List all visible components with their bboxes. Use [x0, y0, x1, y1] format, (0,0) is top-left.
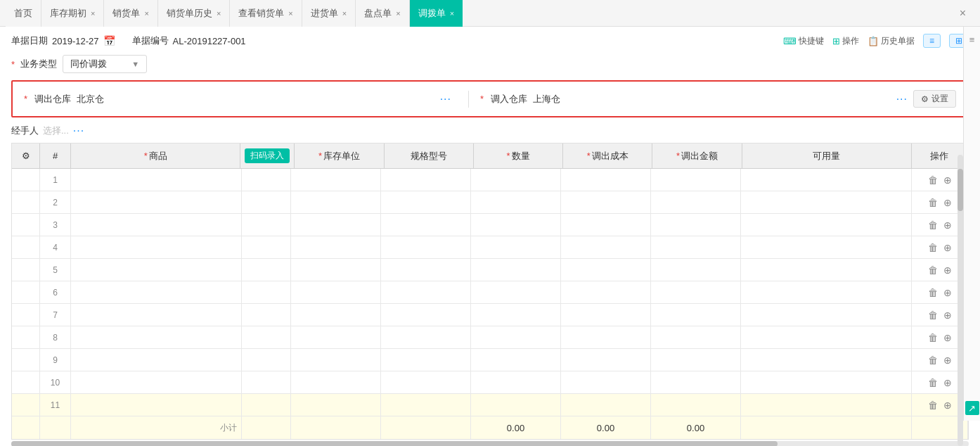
person-select[interactable]: 选择... — [43, 125, 69, 137]
copy-icon-5[interactable]: ⊕ — [943, 265, 952, 276]
th-qty: *数量 — [474, 144, 563, 168]
delete-icon-10[interactable]: 🗑 — [928, 377, 938, 388]
td-cost-1[interactable] — [561, 169, 651, 191]
doc-no-label: 单据编号 — [132, 34, 169, 47]
subtotal-cost: 0.00 — [561, 416, 651, 439]
td-no-1: 1 — [40, 169, 71, 191]
table-row: 5 🗑 ⊕ — [12, 259, 968, 281]
copy-icon-1[interactable]: ⊕ — [943, 174, 952, 186]
delete-icon-7[interactable]: 🗑 — [928, 310, 938, 321]
delete-icon-6[interactable]: 🗑 — [928, 287, 938, 298]
person-more-btn[interactable]: ··· — [73, 125, 84, 137]
vertical-scrollbar[interactable] — [958, 155, 963, 446]
date-field: 单据日期 2019-12-27 📅 — [11, 34, 115, 47]
table-row: 8 🗑 ⊕ — [12, 326, 968, 349]
wh-out-label: 调出仓库 — [34, 93, 71, 106]
td-spec-1[interactable] — [381, 169, 471, 191]
tab-close-transfer[interactable]: × — [450, 9, 454, 18]
table-row: 9 🗑 ⊕ — [12, 349, 968, 371]
wh-in-required: * — [480, 94, 484, 104]
wh-out-more-btn[interactable]: ··· — [440, 93, 451, 106]
horizontal-scrollbar[interactable] — [11, 441, 969, 446]
td-qty-1[interactable] — [471, 169, 561, 191]
calendar-icon[interactable]: 📅 — [103, 35, 115, 46]
copy-icon-11[interactable]: ⊕ — [943, 400, 952, 411]
table-row-11: 11 🗑 ⊕ — [12, 394, 968, 416]
biz-type-select[interactable]: 同价调拨 ▼ — [63, 55, 147, 73]
delete-icon-9[interactable]: 🗑 — [928, 355, 938, 366]
tab-transfer[interactable]: 调拨单 × — [410, 0, 463, 27]
gear-settings-btn[interactable]: ⚙ 设置 — [913, 90, 956, 108]
td-goods-1[interactable] — [71, 169, 242, 191]
th-spec: 规格型号 — [385, 144, 474, 168]
gear-icon: ⚙ — [921, 94, 929, 104]
table-row: 6 🗑 ⊕ — [12, 281, 968, 304]
shortcut-btn[interactable]: ⌨ 快捷键 — [783, 35, 824, 47]
subtotal-label: 小计 — [71, 416, 242, 439]
td-scan-1 — [242, 169, 291, 191]
tab-close-view-sales[interactable]: × — [288, 9, 292, 18]
warehouse-section: * 调出仓库 北京仓 ··· * 调入仓库 上海仓 ··· ⚙ 设置 — [11, 80, 969, 117]
copy-icon-6[interactable]: ⊕ — [943, 287, 952, 298]
person-row: 经手人 选择... ··· — [0, 122, 980, 143]
delete-icon-2[interactable]: 🗑 — [928, 197, 938, 208]
doc-no-value: AL-20191227-001 — [173, 36, 246, 46]
tab-view-sales[interactable]: 查看销货单 × — [230, 0, 302, 27]
delete-icon-5[interactable]: 🗑 — [928, 265, 938, 276]
delete-icon-8[interactable]: 🗑 — [928, 332, 938, 343]
ops-btn[interactable]: ⊞ 操作 — [832, 35, 859, 47]
scan-button[interactable]: 扫码录入 — [245, 148, 290, 163]
tab-close-inventory-init[interactable]: × — [91, 9, 95, 18]
biz-type-dropdown-icon: ▼ — [131, 60, 139, 68]
person-label: 经手人 — [11, 125, 39, 137]
biz-type-value: 同价调拨 — [70, 58, 107, 70]
th-scan: 扫码录入 — [240, 144, 295, 168]
table-row: 7 🗑 ⊕ — [12, 304, 968, 326]
history-icon: 📋 — [868, 36, 879, 46]
sidebar-list-icon[interactable]: ≡ — [965, 32, 979, 46]
date-value: 2019-12-27 — [52, 36, 99, 46]
date-label: 单据日期 — [11, 34, 48, 47]
delete-icon-4[interactable]: 🗑 — [928, 242, 938, 253]
shortcut-icon: ⌨ — [783, 36, 797, 46]
copy-icon-9[interactable]: ⊕ — [943, 355, 952, 366]
wh-out-value: 北京仓 — [77, 93, 104, 106]
biz-required: * — [11, 59, 15, 70]
sidebar-expand-icon[interactable]: ↗ — [965, 401, 979, 415]
tab-close-purchase[interactable]: × — [342, 9, 347, 18]
table-row: 4 🗑 ⊕ — [12, 236, 968, 259]
tab-sales-history[interactable]: 销货单历史 × — [158, 0, 230, 27]
copy-icon-8[interactable]: ⊕ — [943, 332, 952, 343]
table-container: ⚙ # *商品 扫码录入 *库存单位 规格型号 *数量 *调出成本 *调出金额 … — [11, 143, 969, 440]
tab-inventory-init[interactable]: 库存期初 × — [41, 0, 104, 27]
tab-close-sales-history[interactable]: × — [217, 9, 221, 18]
copy-icon-4[interactable]: ⊕ — [943, 242, 952, 253]
scroll-thumb-h[interactable] — [11, 441, 778, 446]
th-avail: 可用量 — [742, 144, 912, 168]
copy-icon-3[interactable]: ⊕ — [943, 219, 952, 231]
wh-out-required: * — [24, 94, 27, 104]
tab-sales-order[interactable]: 销货单 × — [104, 0, 157, 27]
delete-icon-11[interactable]: 🗑 — [928, 400, 938, 411]
scroll-thumb-v[interactable] — [958, 169, 963, 211]
delete-icon-3[interactable]: 🗑 — [928, 219, 938, 231]
history-btn[interactable]: 📋 历史单据 — [868, 35, 915, 47]
tab-purchase[interactable]: 进货单 × — [302, 0, 356, 27]
tab-close-sales-order[interactable]: × — [144, 9, 148, 18]
th-no: # — [40, 144, 71, 168]
subtotal-qty: 0.00 — [471, 416, 561, 439]
copy-icon-2[interactable]: ⊕ — [943, 197, 952, 208]
copy-icon-10[interactable]: ⊕ — [943, 377, 952, 388]
tab-stocktake[interactable]: 盘点单 × — [356, 0, 409, 27]
th-goods: *商品 — [71, 144, 240, 168]
tab-close-stocktake[interactable]: × — [396, 9, 400, 18]
td-amount-1[interactable] — [651, 169, 741, 191]
list-view-btn[interactable]: ≡ — [923, 34, 941, 48]
copy-icon-7[interactable]: ⊕ — [943, 310, 952, 321]
td-unit-1[interactable] — [291, 169, 381, 191]
th-gear[interactable]: ⚙ — [12, 144, 40, 168]
tab-home[interactable]: 首页 — [6, 0, 41, 27]
window-close-button[interactable]: × — [951, 7, 974, 20]
delete-icon-1[interactable]: 🗑 — [928, 174, 938, 186]
wh-in-more-btn[interactable]: ··· — [896, 93, 908, 106]
